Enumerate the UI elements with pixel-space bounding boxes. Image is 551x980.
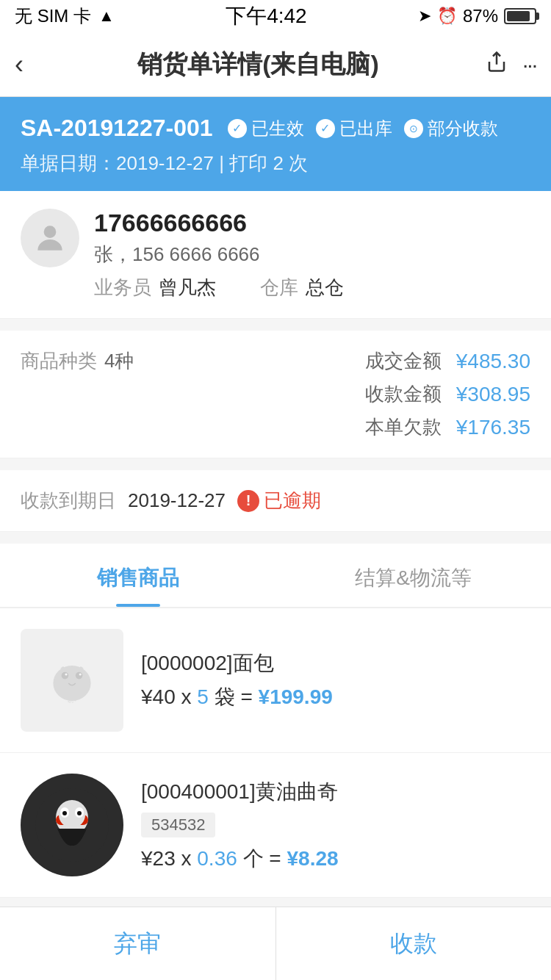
product-pricing-1: ¥40 x 5 袋 = ¥199.99 xyxy=(141,683,530,711)
collect-payment-button[interactable]: 收款 xyxy=(276,907,552,980)
status-right: ➤ ⏰ 87% xyxy=(418,6,536,26)
summary-section: 商品种类 4种 成交金额 ¥485.30 收款金额 ¥308.95 本单欠款 ¥… xyxy=(0,331,551,458)
status-shipped-label: 已出库 xyxy=(339,117,392,140)
status-left: 无 SIM 卡 ▲ xyxy=(15,4,115,28)
navigation-bar: ‹ 销货单详情(来自电脑) ··· xyxy=(0,32,551,97)
warehouse-label: 仓库 xyxy=(260,275,298,300)
battery-label: 87% xyxy=(463,6,498,26)
more-icon[interactable]: ··· xyxy=(522,52,536,77)
status-partial-label: 部分收款 xyxy=(428,117,498,140)
svg-point-17 xyxy=(77,811,82,815)
svg-point-8 xyxy=(79,673,82,675)
due-date-section: 收款到期日 2019-12-27 ! 已逾期 xyxy=(0,470,551,532)
page-title: 销货单详情(来自电脑) xyxy=(31,48,486,82)
product-sku-2: 534532 xyxy=(141,813,215,837)
due-label: 收款到期日 xyxy=(21,488,116,514)
avatar xyxy=(21,209,79,267)
product-pricing-2: ¥23 x 0.36 个 = ¥8.28 xyxy=(141,845,530,873)
deal-amount: ¥485.30 xyxy=(456,350,530,373)
share-icon[interactable] xyxy=(486,51,508,78)
status-effective-label: 已生效 xyxy=(251,117,304,140)
bottom-action-bar: 弃审 收款 xyxy=(0,907,551,980)
product-name-1: [0000002]面包 xyxy=(141,649,530,677)
received-label: 收款金额 xyxy=(365,381,442,407)
alarm-icon: ⏰ xyxy=(437,7,457,26)
clock-icon: ⊙ xyxy=(404,119,423,138)
wifi-icon: ▲ xyxy=(98,7,115,26)
customer-meta: 业务员 曾凡杰 仓库 总仓 xyxy=(94,275,530,300)
svg-text:易+: 易+ xyxy=(68,697,77,704)
svg-point-2 xyxy=(53,666,90,701)
location-icon: ➤ xyxy=(418,7,431,26)
summary-right: 成交金额 ¥485.30 收款金额 ¥308.95 本单欠款 ¥176.35 xyxy=(365,348,530,440)
product-item-2: [000400001]黄油曲奇 534532 ¥23 x 0.36 个 = ¥8… xyxy=(0,753,551,898)
svg-point-6 xyxy=(76,672,83,680)
time-label: 下午4:42 xyxy=(226,2,307,30)
product-info-1: [0000002]面包 ¥40 x 5 袋 = ¥199.99 xyxy=(141,649,530,711)
svg-point-1 xyxy=(44,226,57,238)
svg-point-5 xyxy=(62,672,69,680)
tab-settlement-logistics[interactable]: 结算&物流等 xyxy=(276,544,551,607)
product-image-1: 易+ xyxy=(21,629,123,732)
cancel-review-button[interactable]: 弃审 xyxy=(0,907,276,980)
product-name-2: [000400001]黄油曲奇 xyxy=(141,778,530,806)
received-amount-row: 收款金额 ¥308.95 xyxy=(365,381,530,407)
status-badge-effective: ✓ 已生效 xyxy=(228,117,304,140)
order-date: 单据日期：2019-12-27 | 打印 2 次 xyxy=(21,151,530,176)
due-date-value: 2019-12-27 xyxy=(128,489,226,512)
status-bar: 无 SIM 卡 ▲ 下午4:42 ➤ ⏰ 87% xyxy=(0,0,551,32)
owe-label: 本单欠款 xyxy=(365,414,442,440)
product-image-2 xyxy=(21,774,123,876)
battery-indicator xyxy=(504,8,536,24)
check-icon-2: ✓ xyxy=(316,119,335,138)
product-item: 易+ [0000002]面包 ¥40 x 5 袋 = ¥199.99 xyxy=(0,608,551,753)
overdue-label: 已逾期 xyxy=(264,488,321,514)
owe-amount-row: 本单欠款 ¥176.35 xyxy=(365,414,530,440)
customer-id: 17666666666 xyxy=(94,209,530,237)
warehouse-value: 总仓 xyxy=(306,275,344,300)
salesperson-item: 业务员 曾凡杰 xyxy=(94,275,216,300)
battery-fill xyxy=(507,11,530,21)
types-value: 4种 xyxy=(104,348,134,374)
salesperson-label: 业务员 xyxy=(94,275,151,300)
salesperson-value: 曾凡杰 xyxy=(159,275,216,300)
check-icon-1: ✓ xyxy=(228,119,247,138)
tab-sales-products[interactable]: 销售商品 xyxy=(0,544,276,607)
order-header: SA-20191227-001 ✓ 已生效 ✓ 已出库 ⊙ 部分收款 单据日期：… xyxy=(0,97,551,191)
overdue-icon: ! xyxy=(237,490,259,512)
customer-section: 17666666666 张，156 6666 6666 业务员 曾凡杰 仓库 总… xyxy=(0,191,551,319)
tabs-section: 销售商品 结算&物流等 xyxy=(0,544,551,608)
owe-amount: ¥176.35 xyxy=(456,416,530,439)
back-button[interactable]: ‹ xyxy=(7,42,31,87)
deal-amount-row: 成交金额 ¥485.30 xyxy=(365,348,530,374)
customer-info: 17666666666 张，156 6666 6666 业务员 曾凡杰 仓库 总… xyxy=(94,209,530,300)
products-section: 易+ [0000002]面包 ¥40 x 5 袋 = ¥199.99 xyxy=(0,608,551,898)
types-label: 商品种类 xyxy=(21,348,97,374)
overdue-badge: ! 已逾期 xyxy=(237,488,321,514)
order-number: SA-20191227-001 xyxy=(21,115,213,142)
svg-point-16 xyxy=(62,811,67,815)
customer-contact: 张，156 6666 6666 xyxy=(94,242,530,267)
status-badge-shipped: ✓ 已出库 xyxy=(316,117,392,140)
deal-label: 成交金额 xyxy=(365,348,442,374)
svg-point-7 xyxy=(65,673,67,675)
status-badge-partial: ⊙ 部分收款 xyxy=(404,117,498,140)
summary-left: 商品种类 4种 xyxy=(21,348,134,374)
status-badges: ✓ 已生效 ✓ 已出库 ⊙ 部分收款 xyxy=(228,117,498,140)
received-amount: ¥308.95 xyxy=(456,383,530,406)
product-info-2: [000400001]黄油曲奇 534532 ¥23 x 0.36 个 = ¥8… xyxy=(141,778,530,873)
carrier-label: 无 SIM 卡 xyxy=(15,4,91,28)
warehouse-item: 仓库 总仓 xyxy=(260,275,344,300)
nav-actions: ··· xyxy=(486,51,536,78)
product-types: 商品种类 4种 xyxy=(21,348,134,374)
